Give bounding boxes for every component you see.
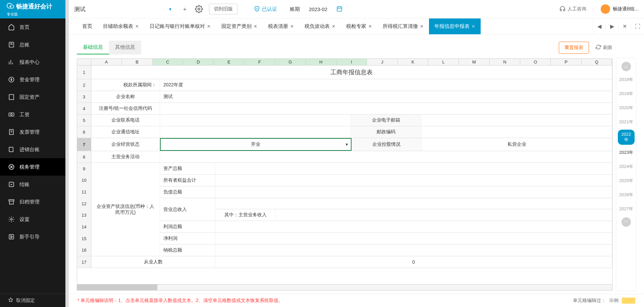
row-header[interactable]: 14 (77, 221, 91, 233)
column-header[interactable]: A (91, 59, 122, 65)
period-value-cell[interactable]: 2022年度 (160, 79, 612, 91)
year-option[interactable]: 2022年 (618, 130, 635, 145)
year-down-button[interactable]: ﹀ (622, 217, 631, 227)
liability-value[interactable] (215, 186, 612, 198)
horizontal-scrollbar[interactable] (77, 284, 612, 290)
row-header[interactable]: 10 (77, 175, 91, 186)
year-option[interactable]: 2024年 (616, 160, 636, 174)
employees-value[interactable]: 0 (215, 256, 612, 268)
main-biz-value[interactable] (160, 151, 612, 163)
year-option[interactable]: 2019年 (616, 87, 636, 101)
holding-value[interactable]: 私营企业 (422, 138, 612, 151)
tab[interactable]: 税检专家✕ (341, 18, 377, 34)
subtab[interactable]: 其他信息 (109, 41, 141, 54)
sidebar-item-book[interactable]: 进销台账 (0, 141, 65, 158)
sidebar-item-building[interactable]: 固定资产 (0, 88, 65, 106)
year-option[interactable]: 2027年 (616, 202, 636, 216)
row-header[interactable]: 9 (77, 163, 91, 175)
year-option[interactable]: 2020年 (616, 101, 636, 115)
sidebar-item-archive[interactable]: 归档管理 (0, 193, 65, 211)
close-icon[interactable]: ✕ (290, 24, 294, 29)
unpin-button[interactable]: 取消固定 (0, 294, 65, 307)
close-icon[interactable]: ✕ (332, 24, 335, 29)
tab-scroll-right[interactable]: ▶ (606, 23, 619, 30)
column-header[interactable]: M (459, 59, 489, 65)
row-header[interactable]: 6 (77, 126, 91, 138)
year-option[interactable]: 2018年 (616, 73, 636, 87)
reset-report-button[interactable]: 重置报表 (559, 42, 589, 54)
phone-value[interactable] (160, 115, 351, 126)
column-header[interactable]: H (306, 59, 336, 65)
year-option[interactable]: 2025年 (616, 174, 636, 188)
column-header[interactable]: J (367, 59, 397, 65)
column-header[interactable]: G (275, 59, 306, 65)
gear-icon[interactable] (195, 5, 203, 13)
address-value[interactable] (160, 126, 351, 138)
net-profit-value[interactable] (215, 233, 612, 244)
column-header[interactable]: E (214, 59, 244, 65)
total-assets-value[interactable] (215, 163, 612, 174)
close-icon[interactable]: ✕ (420, 24, 424, 29)
row-header[interactable]: 2 (77, 79, 91, 91)
status-dropdown[interactable]: 开业 ▼ (160, 138, 352, 151)
column-header[interactable]: N (490, 59, 520, 65)
row-header[interactable]: 5 (77, 115, 91, 126)
subtab[interactable]: 基础信息 (77, 41, 109, 54)
main-revenue-value[interactable] (276, 209, 612, 221)
sidebar-item-tax[interactable]: 税务管理 (0, 158, 65, 176)
refresh-button[interactable]: 刷新 (596, 44, 612, 51)
tab-close-all[interactable]: ✕ (619, 23, 631, 30)
tab-scroll-left[interactable]: ◀ (593, 23, 606, 30)
sidebar-item-chart[interactable]: 报表中心 (0, 53, 65, 71)
year-option[interactable]: 2026年 (616, 188, 636, 202)
row-header[interactable]: 3 (77, 91, 91, 102)
column-header[interactable]: O (520, 59, 551, 65)
tab[interactable]: 固定资产类别✕ (216, 18, 263, 34)
email-value[interactable] (421, 115, 612, 126)
user-menu[interactable]: 畅捷通B组... (601, 4, 639, 14)
row-header[interactable]: 4 (77, 103, 91, 114)
row-header[interactable]: 7 (77, 138, 91, 151)
column-header[interactable]: L (428, 59, 459, 65)
sidebar-item-ledger[interactable]: 总账 (0, 36, 65, 53)
company-name-value[interactable]: 测试 (160, 91, 612, 102)
close-icon[interactable]: ✕ (472, 24, 475, 29)
sidebar-item-home[interactable]: 首页 (0, 18, 65, 36)
sidebar-scrollbar[interactable] (65, 0, 69, 307)
row-header[interactable]: 16 (77, 244, 91, 256)
row-header[interactable]: 1 (77, 65, 91, 79)
consult-button[interactable]: 人工咨询 (559, 6, 586, 13)
sidebar-item-gear[interactable]: 设置 (0, 211, 65, 228)
tab[interactable]: 税负波动表✕ (299, 18, 341, 34)
close-icon[interactable]: ✕ (368, 24, 372, 29)
close-icon[interactable]: ✕ (254, 24, 257, 29)
tab[interactable]: 所得税汇算清缴✕ (377, 18, 429, 34)
column-header[interactable]: P (551, 59, 581, 65)
tab[interactable]: 首页 (77, 18, 98, 34)
sidebar-item-money[interactable]: 资金管理 (0, 71, 65, 88)
period-value[interactable]: 2023-02 (306, 5, 330, 14)
switch-old-button[interactable]: 切到旧版 (209, 4, 238, 14)
reg-code-value[interactable] (160, 103, 612, 114)
year-up-button[interactable]: ︿ (622, 62, 631, 71)
revenue-value[interactable] (215, 198, 612, 209)
column-header[interactable]: I (336, 59, 367, 65)
row-header[interactable]: 13 (77, 210, 91, 221)
column-header[interactable]: B (122, 59, 152, 65)
row-header[interactable]: 8 (77, 151, 91, 163)
column-header[interactable]: K (398, 59, 428, 65)
row-header[interactable]: 17 (77, 256, 91, 268)
close-icon[interactable]: ✕ (135, 24, 139, 29)
column-header[interactable]: C (153, 59, 183, 65)
sidebar-item-salary[interactable]: 工资 (0, 106, 65, 123)
calendar-icon[interactable] (336, 6, 342, 13)
sidebar-item-invoice[interactable]: 发票管理 (0, 123, 65, 141)
profit-value[interactable] (215, 221, 612, 232)
tax-total-value[interactable] (215, 245, 612, 256)
postcode-value[interactable] (421, 126, 612, 138)
select-all-corner[interactable] (77, 59, 91, 65)
tab[interactable]: 目辅助余额表✕ (98, 18, 144, 34)
sheet-body[interactable]: 1 工商年报信息表 2 税款所属期间： 2022年度 3 企业名称 测试 4 (77, 65, 612, 284)
tab[interactable]: 日记账与银行对账单核对✕ (144, 18, 216, 34)
column-header[interactable]: D (183, 59, 214, 65)
